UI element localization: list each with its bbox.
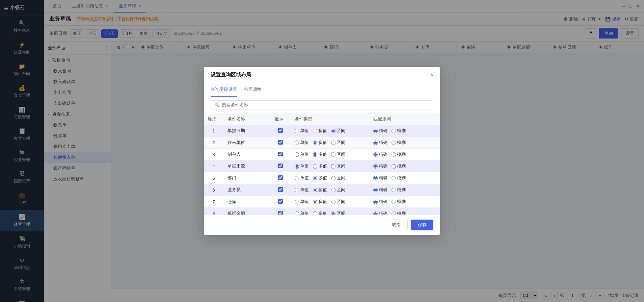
type-multi-1[interactable]: 多值 — [313, 128, 327, 134]
row-order-5: 5 — [204, 172, 223, 184]
row-name-7: 仓库 — [223, 196, 271, 208]
type-single-2[interactable]: 单值 — [295, 140, 309, 146]
dialog-close-button[interactable]: × — [430, 72, 433, 78]
row-type-8[interactable]: 单值 多值 区间 — [291, 208, 369, 215]
save-dialog-button[interactable]: 保存 — [411, 220, 433, 230]
cancel-button[interactable]: 取消 — [385, 220, 408, 230]
match-fuzzy-8[interactable]: 模糊 — [392, 210, 406, 215]
row-show-6[interactable] — [271, 184, 290, 196]
type-range-6[interactable]: 区间 — [331, 187, 345, 193]
type-single-3[interactable]: 单值 — [295, 151, 309, 157]
row-match-7[interactable]: 精确 模糊 — [369, 196, 440, 208]
row-type-2[interactable]: 单值 多值 区间 — [291, 137, 369, 149]
col-order: 顺序 — [204, 113, 223, 125]
dialog-footer: 取消 保存 — [204, 215, 440, 235]
dialog-search: 🔍 — [204, 97, 440, 113]
match-fuzzy-3[interactable]: 模糊 — [392, 151, 406, 157]
match-fuzzy-4[interactable]: 模糊 — [392, 163, 406, 169]
row-show-7[interactable] — [271, 196, 290, 208]
row-show-2[interactable] — [271, 137, 290, 149]
table-row: 2往来单位 单值 多值 区间 精确 模糊 — [204, 137, 440, 149]
row-type-5[interactable]: 单值 多值 区间 — [291, 172, 369, 184]
row-match-4[interactable]: 精确 模糊 — [369, 160, 440, 172]
type-range-1[interactable]: 区间 — [331, 128, 345, 134]
row-match-8[interactable]: 精确 模糊 — [369, 208, 440, 215]
show-checkbox-6[interactable] — [278, 187, 283, 192]
row-show-1[interactable] — [271, 125, 290, 137]
row-type-7[interactable]: 单值 多值 区间 — [291, 196, 369, 208]
table-row: 4单据来源 单值 多值 区间 精确 模糊 — [204, 160, 440, 172]
type-single-1[interactable]: 单值 — [295, 128, 309, 134]
row-match-1[interactable]: 精确 模糊 — [369, 125, 440, 137]
type-multi-3[interactable]: 多值 — [313, 151, 327, 157]
row-type-1[interactable]: 单值 多值 区间 — [291, 125, 369, 137]
col-match: 匹配原则 — [369, 113, 440, 125]
row-show-3[interactable] — [271, 149, 290, 160]
dialog-title: 设置查询区域布局 — [211, 72, 251, 78]
show-checkbox-3[interactable] — [278, 152, 283, 156]
match-exact-8[interactable]: 精确 — [373, 210, 387, 215]
type-multi-2[interactable]: 多值 — [313, 140, 327, 146]
table-row: 7仓库 单值 多值 区间 精确 模糊 — [204, 196, 440, 208]
match-exact-2[interactable]: 精确 — [373, 140, 387, 146]
type-single-7[interactable]: 单值 — [295, 199, 309, 205]
type-multi-8[interactable]: 多值 — [313, 210, 327, 215]
type-single-8[interactable]: 单值 — [295, 210, 309, 215]
dialog-table: 顺序 条件名称 显示 条件类型 匹配原则 1单据日期 单值 多值 区间 — [204, 113, 440, 215]
type-range-8[interactable]: 区间 — [331, 210, 345, 215]
row-show-8[interactable] — [271, 208, 290, 215]
dialog-tab-layout-adjust[interactable]: 布局调整 — [244, 83, 261, 97]
row-type-6[interactable]: 单值 多值 区间 — [291, 184, 369, 196]
type-multi-7[interactable]: 多值 — [313, 199, 327, 205]
match-fuzzy-5[interactable]: 模糊 — [392, 175, 406, 181]
row-type-4[interactable]: 单值 多值 区间 — [291, 160, 369, 172]
show-checkbox-4[interactable] — [278, 163, 283, 168]
search-input-wrap: 🔍 — [211, 100, 433, 109]
show-checkbox-5[interactable] — [278, 175, 283, 180]
match-exact-4[interactable]: 精确 — [373, 163, 387, 169]
row-order-2: 2 — [204, 137, 223, 149]
row-show-5[interactable] — [271, 172, 290, 184]
type-range-4[interactable]: 区间 — [331, 163, 345, 169]
match-exact-3[interactable]: 精确 — [373, 151, 387, 157]
type-range-2[interactable]: 区间 — [331, 140, 345, 146]
row-match-3[interactable]: 精确 模糊 — [369, 149, 440, 160]
search-icon: 🔍 — [214, 102, 220, 107]
type-range-7[interactable]: 区间 — [331, 199, 345, 205]
row-name-1: 单据日期 — [223, 125, 271, 137]
col-type: 条件类型 — [291, 113, 369, 125]
type-range-5[interactable]: 区间 — [331, 175, 345, 181]
table-row: 8单据金额 单值 多值 区间 精确 模糊 — [204, 208, 440, 215]
row-order-1: 1 — [204, 125, 223, 137]
settings-dialog: 设置查询区域布局 × 查询字段设置布局调整 🔍 顺序 条件名称 显示 — [204, 67, 440, 235]
row-type-3[interactable]: 单值 多值 区间 — [291, 149, 369, 160]
show-checkbox-8[interactable] — [278, 211, 283, 215]
match-fuzzy-1[interactable]: 模糊 — [392, 128, 406, 134]
show-checkbox-7[interactable] — [278, 199, 283, 204]
type-single-4[interactable]: 单值 — [295, 163, 309, 169]
match-fuzzy-2[interactable]: 模糊 — [392, 140, 406, 146]
match-fuzzy-7[interactable]: 模糊 — [392, 199, 406, 205]
type-range-3[interactable]: 区间 — [331, 151, 345, 157]
row-show-4[interactable] — [271, 160, 290, 172]
type-single-5[interactable]: 单值 — [295, 175, 309, 181]
type-multi-6[interactable]: 多值 — [313, 187, 327, 193]
row-match-5[interactable]: 精确 模糊 — [369, 172, 440, 184]
match-exact-6[interactable]: 精确 — [373, 187, 387, 193]
type-multi-5[interactable]: 多值 — [313, 175, 327, 181]
match-exact-5[interactable]: 精确 — [373, 175, 387, 181]
show-checkbox-2[interactable] — [278, 140, 283, 145]
dialog-tab-field-settings[interactable]: 查询字段设置 — [211, 83, 237, 97]
row-match-2[interactable]: 精确 模糊 — [369, 137, 440, 149]
match-exact-1[interactable]: 精确 — [373, 128, 387, 134]
match-exact-7[interactable]: 精确 — [373, 199, 387, 205]
row-name-2: 往来单位 — [223, 137, 271, 149]
type-single-6[interactable]: 单值 — [295, 187, 309, 193]
col-name: 条件名称 — [223, 113, 271, 125]
row-name-8: 单据金额 — [223, 208, 271, 215]
type-multi-4[interactable]: 多值 — [313, 163, 327, 169]
show-checkbox-1[interactable] — [278, 128, 283, 133]
search-input[interactable] — [222, 102, 430, 107]
row-match-6[interactable]: 精确 模糊 — [369, 184, 440, 196]
match-fuzzy-6[interactable]: 模糊 — [392, 187, 406, 193]
